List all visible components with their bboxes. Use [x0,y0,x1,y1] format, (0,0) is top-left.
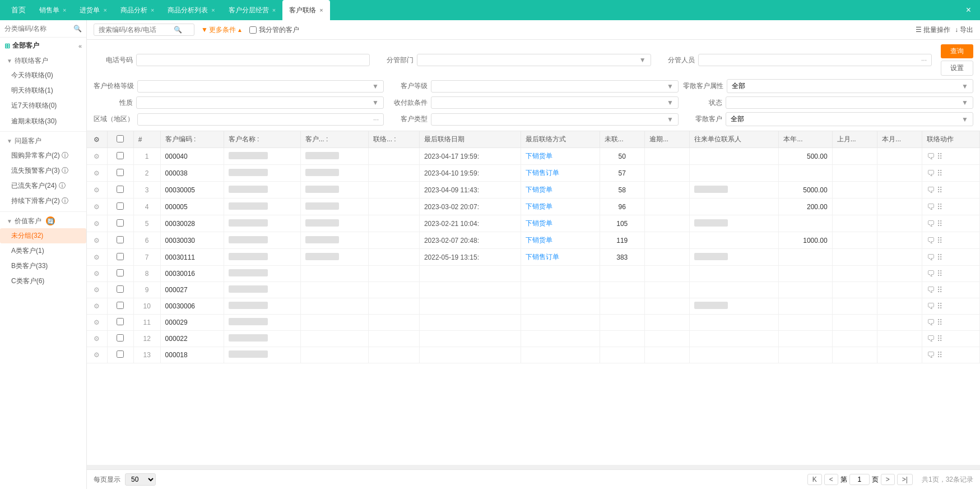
status-select[interactable]: ▼ [726,96,973,109]
this-month-header[interactable]: 本月... [877,131,922,148]
phone-input[interactable] [136,54,370,66]
row-checkbox[interactable] [107,315,133,331]
row-checkbox[interactable] [107,347,133,363]
row-checkbox[interactable] [107,249,133,266]
zero-select[interactable]: 全部 ▼ [726,112,973,126]
sidebar-item-abnormal[interactable]: 囤购异常客户(2) ⓘ [0,148,86,163]
close-product-analysis-tab[interactable]: × [151,7,154,13]
row-checkbox[interactable] [107,215,133,232]
sidebar-search-input[interactable] [4,25,71,33]
more-action-icon[interactable]: ⠿ [937,302,942,311]
row-settings[interactable]: ⚙ [87,215,107,232]
row-checkbox[interactable] [107,148,133,165]
contact-way-link[interactable]: 下销货单 [526,219,552,227]
type-header[interactable]: 客户... : [300,131,368,148]
name-header[interactable]: 客户名称 : [224,131,300,148]
row-settings[interactable]: ⚙ [87,165,107,182]
search-icon[interactable]: 🔍 [174,26,182,34]
contact-header[interactable]: 联络... : [369,131,420,148]
reset-button[interactable]: 设置 [941,61,973,76]
nav-tab-customer-contact[interactable]: 客户联络 × [282,0,329,20]
first-page-btn[interactable]: K [807,474,822,485]
more-action-icon[interactable]: ⠿ [937,169,942,178]
last-month-header[interactable]: 上月... [832,131,877,148]
row-select-checkbox[interactable] [117,253,124,260]
row-checkbox[interactable] [107,232,133,249]
page-number-input[interactable] [849,474,870,485]
sidebar-item-class-c[interactable]: C类客户(6) [0,274,86,289]
more-action-icon[interactable]: ⠿ [937,285,942,294]
row-checkbox[interactable] [107,165,133,182]
row-select-checkbox[interactable] [117,285,124,293]
row-settings[interactable]: ⚙ [87,331,107,347]
more-action-icon[interactable]: ⠿ [937,152,942,161]
phone-action-icon[interactable]: 🗨 [927,152,935,161]
payment-select[interactable]: ▼ [431,96,679,109]
row-checkbox[interactable] [107,199,133,215]
contact-way-link[interactable]: 下销货单 [526,202,552,210]
prev-page-btn[interactable]: < [824,474,838,485]
phone-action-icon[interactable]: 🗨 [927,285,935,294]
last-contact-date-header[interactable]: 最后联络日期 [419,131,521,148]
overdue-header[interactable]: 逾期... [644,131,689,148]
row-select-checkbox[interactable] [117,152,124,159]
row-settings[interactable]: ⚙ [87,315,107,331]
sidebar-item-class-a[interactable]: A类客户(1) [0,243,86,259]
row-checkbox[interactable] [107,182,133,199]
settings-header[interactable]: ⚙ [87,131,107,148]
row-select-checkbox[interactable] [117,350,124,358]
nav-tab-purchase[interactable]: 进货单 × [73,0,113,20]
phone-action-icon[interactable]: 🗨 [927,202,935,211]
last-page-btn[interactable]: >| [897,474,913,485]
nav-tab-product-list[interactable]: 商品分析列表 × [161,0,221,20]
checkbox-header[interactable] [107,131,133,148]
row-settings[interactable]: ⚙ [87,282,107,298]
more-action-icon[interactable]: ⠿ [937,253,942,262]
phone-action-icon[interactable]: 🗨 [927,318,935,327]
type-select[interactable]: ▼ [431,113,679,126]
select-all-checkbox[interactable] [117,135,124,142]
row-select-checkbox[interactable] [117,186,124,193]
row-select-checkbox[interactable] [117,169,124,176]
phone-action-icon[interactable]: 🗨 [927,236,935,245]
contact-way-link[interactable]: 下销售订单 [526,169,559,177]
person-dots[interactable]: ··· [921,56,927,64]
row-settings[interactable]: ⚙ [87,232,107,249]
row-select-checkbox[interactable] [117,302,124,309]
row-settings[interactable]: ⚙ [87,199,107,215]
sidebar-item-overdue-pending[interactable]: 逾期未联络(30) [0,114,86,129]
phone-action-icon[interactable]: 🗨 [927,219,935,228]
more-action-icon[interactable]: ⠿ [937,202,942,211]
close-sales-tab[interactable]: × [63,7,66,13]
dept-select[interactable]: ▼ [417,54,651,66]
row-select-checkbox[interactable] [117,318,124,325]
collapse-icon[interactable]: « [78,43,82,49]
batch-operation-btn[interactable]: ☰ 批量操作 [916,25,950,35]
horizontal-scrollbar[interactable] [87,465,980,469]
phone-action-icon[interactable]: 🗨 [927,169,935,178]
nav-home[interactable]: 首页 [4,5,32,15]
this-year-header[interactable]: 本年... [779,131,832,148]
row-checkbox[interactable] [107,331,133,347]
more-action-icon[interactable]: ⠿ [937,269,942,278]
close-customer-contact-tab[interactable]: × [319,7,323,13]
nav-tab-sales[interactable]: 销售单 × [32,0,73,20]
row-settings[interactable]: ⚙ [87,249,107,266]
row-settings[interactable]: ⚙ [87,182,107,199]
row-select-checkbox[interactable] [117,334,124,342]
contact-way-link[interactable]: 下销货单 [526,152,552,160]
phone-action-icon[interactable]: 🗨 [927,253,935,262]
more-action-icon[interactable]: ⠿ [937,318,942,327]
more-conditions-btn[interactable]: ▼ 更多条件 ▲ [201,25,243,35]
contact-way-link[interactable]: 下销货单 [526,186,552,193]
person-select[interactable]: ··· [698,54,932,66]
row-select-checkbox[interactable] [117,202,124,210]
close-customer-tier-tab[interactable]: × [272,7,276,13]
more-action-icon[interactable]: ⠿ [937,219,942,228]
my-customers-checkbox[interactable]: 我分管的客户 [249,25,299,35]
region-select[interactable]: ··· [137,113,384,126]
row-select-checkbox[interactable] [117,269,124,276]
close-purchase-tab[interactable]: × [103,7,106,13]
level-select[interactable]: ▼ [431,80,679,93]
sidebar-item-ungrouped[interactable]: 未分组(32) [0,228,86,243]
